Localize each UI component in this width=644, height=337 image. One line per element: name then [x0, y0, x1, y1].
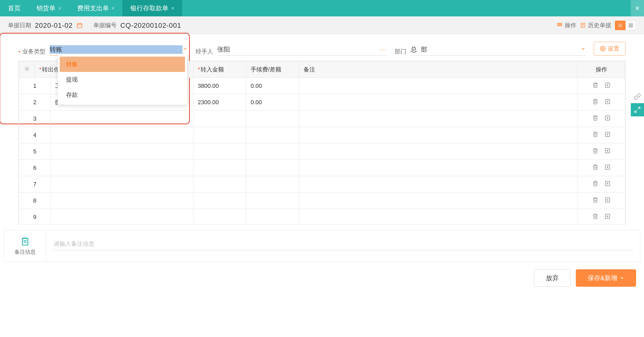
cell-in[interactable] — [194, 111, 246, 127]
cell-in[interactable] — [194, 176, 246, 193]
close-panel-button[interactable]: × — [631, 0, 644, 16]
table-row[interactable]: 6 — [19, 160, 625, 176]
cell-fee[interactable] — [246, 209, 299, 225]
cell-in[interactable] — [194, 127, 246, 143]
add-row-icon[interactable] — [605, 99, 610, 106]
handler-field[interactable]: 经手人 张阳 ··· — [196, 42, 387, 56]
link-icon[interactable] — [631, 90, 644, 103]
delete-row-icon[interactable] — [592, 82, 598, 90]
cell-remark[interactable] — [299, 78, 578, 94]
add-row-icon[interactable] — [605, 82, 610, 90]
cell-action — [578, 209, 625, 225]
more-icon[interactable]: ··· — [379, 45, 387, 54]
close-icon[interactable]: × — [58, 5, 61, 11]
date-label: 单据日期 — [8, 21, 31, 29]
dropdown-item-withdraw[interactable]: 提现 — [60, 72, 185, 87]
cell-remark[interactable] — [299, 193, 578, 209]
list-view-button[interactable] — [615, 21, 625, 30]
expand-icon[interactable] — [631, 103, 644, 116]
add-row-icon[interactable] — [605, 131, 610, 139]
dropdown-item-deposit[interactable]: 存款 — [60, 87, 185, 103]
chevron-down-icon[interactable] — [581, 46, 586, 53]
table-row[interactable]: 4 — [19, 127, 625, 143]
cell-out[interactable] — [51, 193, 194, 209]
table-row[interactable]: 3 — [19, 111, 625, 127]
cell-fee[interactable] — [246, 160, 299, 176]
add-row-icon[interactable] — [605, 181, 610, 188]
cell-in[interactable] — [194, 209, 246, 225]
table-row[interactable]: 8 — [19, 193, 625, 209]
cell-remark[interactable] — [299, 127, 578, 143]
delete-row-icon[interactable] — [592, 148, 598, 155]
cell-in[interactable] — [194, 193, 246, 209]
cell-remark[interactable] — [299, 111, 578, 127]
cell-out[interactable] — [51, 209, 194, 225]
view-mode-toggle — [615, 21, 636, 30]
cancel-button[interactable]: 放弃 — [534, 269, 571, 287]
dept-value[interactable]: 总 部 — [411, 45, 581, 54]
history-button[interactable]: 历史单据 — [580, 21, 611, 29]
cell-remark[interactable] — [299, 176, 578, 193]
tab-bank-transfer[interactable]: 银行存取款单× — [122, 0, 182, 16]
operations-button[interactable]: 操作 — [557, 21, 576, 29]
tab-bar: 首页 销货单× 费用支出单× 银行存取款单× × — [0, 0, 644, 16]
cell-out[interactable] — [51, 160, 194, 176]
cell-out[interactable] — [51, 111, 194, 127]
settings-button[interactable]: 设置 — [594, 42, 625, 56]
gear-column-header[interactable] — [19, 61, 35, 78]
cell-action — [578, 160, 625, 176]
cell-remark[interactable] — [299, 209, 578, 225]
grid-view-button[interactable] — [625, 21, 636, 30]
biz-type-value[interactable]: 转账 — [50, 45, 182, 54]
cell-fee[interactable] — [246, 111, 299, 127]
calendar-icon[interactable] — [76, 22, 83, 29]
chevron-up-icon[interactable] — [182, 46, 188, 53]
dept-field[interactable]: 部门 总 部 — [395, 42, 586, 56]
cell-fee[interactable] — [246, 193, 299, 209]
table-row[interactable]: 9 — [19, 209, 625, 225]
biz-type-field[interactable]: * 业务类型 转账 转账 提现 存款 — [19, 42, 188, 56]
cell-fee[interactable] — [246, 127, 299, 143]
cell-in[interactable] — [194, 143, 246, 160]
docno-label: 单据编号 — [93, 21, 117, 29]
add-row-icon[interactable] — [605, 197, 610, 204]
delete-row-icon[interactable] — [592, 131, 598, 139]
add-row-icon[interactable] — [605, 213, 610, 221]
delete-row-icon[interactable] — [592, 164, 598, 172]
remark-input[interactable] — [54, 238, 633, 250]
svg-rect-9 — [561, 25, 562, 26]
delete-row-icon[interactable] — [592, 213, 598, 221]
delete-row-icon[interactable] — [592, 99, 598, 106]
add-row-icon[interactable] — [605, 148, 610, 155]
table-row[interactable]: 5 — [19, 143, 625, 160]
close-icon[interactable]: × — [171, 5, 174, 11]
svg-rect-0 — [77, 24, 82, 28]
cell-fee[interactable] — [246, 143, 299, 160]
add-row-icon[interactable] — [605, 164, 610, 172]
cell-remark[interactable] — [299, 143, 578, 160]
add-row-icon[interactable] — [605, 115, 610, 122]
save-and-new-button[interactable]: 保存&新增 — [576, 269, 636, 287]
dropdown-item-transfer[interactable]: 转账 — [60, 57, 185, 72]
cell-fee[interactable] — [246, 176, 299, 193]
cell-out[interactable] — [51, 143, 194, 160]
cell-in[interactable]: 2300.00 — [194, 94, 246, 111]
cell-fee[interactable]: 0.00 — [246, 94, 299, 111]
cell-in[interactable]: 3800.00 — [194, 78, 246, 94]
delete-row-icon[interactable] — [592, 181, 598, 188]
table-row[interactable]: 7 — [19, 176, 625, 193]
cell-remark[interactable] — [299, 160, 578, 176]
handler-value[interactable]: 张阳 — [217, 45, 379, 54]
delete-row-icon[interactable] — [592, 115, 598, 122]
tab-home[interactable]: 首页 — [0, 0, 29, 16]
cell-fee[interactable]: 0.00 — [246, 78, 299, 94]
date-value[interactable]: 2020-01-02 — [35, 21, 73, 30]
cell-in[interactable] — [194, 160, 246, 176]
cell-remark[interactable] — [299, 94, 578, 111]
cell-out[interactable] — [51, 127, 194, 143]
tab-sales[interactable]: 销货单× — [29, 0, 69, 16]
tab-expense[interactable]: 费用支出单× — [69, 0, 123, 16]
delete-row-icon[interactable] — [592, 197, 598, 204]
cell-out[interactable] — [51, 176, 194, 193]
close-icon[interactable]: × — [112, 5, 115, 11]
